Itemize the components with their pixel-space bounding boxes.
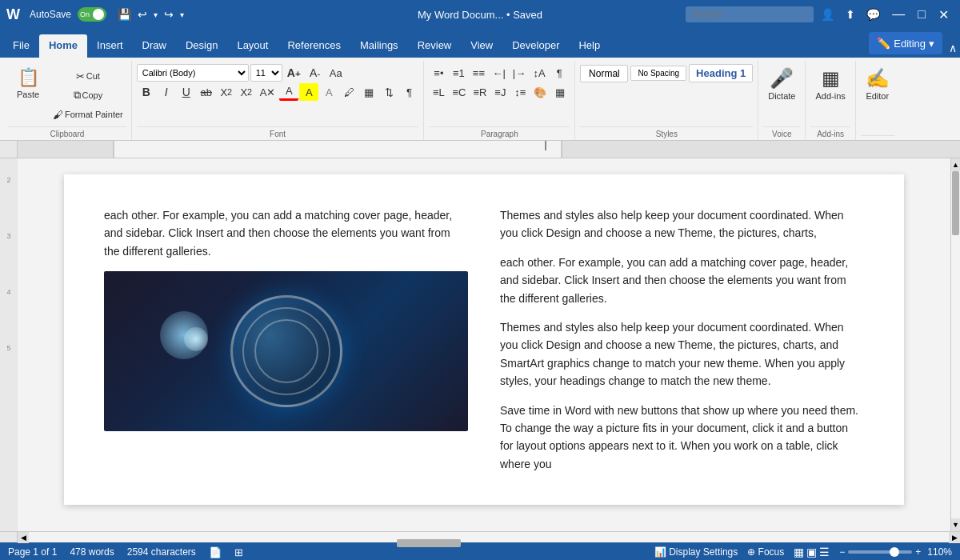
align-right-button[interactable]: ≡R [470,83,490,101]
editing-mode-button[interactable]: ✏️ Editing ▾ [869,32,942,54]
addins-content: ▦ Add-ins [810,61,850,126]
styles-content: Normal No Spacing Heading 1 [580,61,753,126]
reader-view-button[interactable]: ☰ [819,546,830,558]
web-view-button[interactable]: ▣ [806,546,817,558]
show-formatting-button[interactable]: ¶ [550,64,569,82]
scroll-down-button[interactable]: ▼ [951,518,960,531]
bold-button[interactable]: B [137,83,156,101]
dictate-button[interactable]: 🎤 Dictate [763,64,800,104]
change-case-button[interactable]: Aa [326,64,346,82]
increase-indent-button[interactable]: |→ [510,64,529,82]
customize-qat-icon[interactable]: ▾ [180,10,184,19]
borders-button[interactable]: ▦ [359,83,378,101]
ribbon-search-input[interactable] [686,6,814,22]
editor-group-label [861,135,894,140]
minimize-button[interactable]: — [887,6,910,23]
tab-developer[interactable]: Developer [502,34,569,58]
zoom-level[interactable]: 110% [927,546,952,558]
ruler-side [0,141,18,158]
zoom-control: − + 110% [839,546,952,558]
svg-text:2: 2 [6,176,10,184]
superscript-button[interactable]: X2 [237,83,256,101]
borders-para-button[interactable]: ▦ [550,83,570,101]
zoom-out-button[interactable]: − [839,546,845,558]
editing-btn-label: Editing [894,38,926,50]
shading-para-button[interactable]: 🎨 [530,83,550,101]
align-left-button[interactable]: ≡L [429,83,448,101]
sort-button[interactable]: ⇅ [379,83,398,101]
style-normal[interactable]: Normal [580,65,628,82]
decrease-indent-button[interactable]: ←| [489,64,508,82]
zoom-in-button[interactable]: + [915,546,921,558]
sort-para-button[interactable]: ↕A [530,64,549,82]
italic-button[interactable]: I [157,83,176,101]
font-color-button[interactable]: A [279,83,298,101]
print-view-button[interactable]: ▦ [794,546,804,558]
show-hide-button[interactable]: ¶ [399,83,418,101]
tab-design[interactable]: Design [176,34,227,58]
focus-button[interactable]: ⊕ Focus [747,546,784,558]
autosave-toggle[interactable]: On [78,7,106,22]
tab-help[interactable]: Help [569,34,610,58]
redo-icon[interactable]: ↪ [164,8,174,21]
style-no-spacing[interactable]: No Spacing [630,66,686,81]
share-icon[interactable]: ⬆ [842,8,859,21]
numbering-button[interactable]: ≡1 [449,64,468,82]
copy-button[interactable]: ⧉ Copy [50,86,126,104]
styles-label: Styles [580,126,753,140]
svg-rect-2 [562,141,960,158]
account-icon[interactable]: 👤 [817,8,838,21]
align-center-button[interactable]: ≡C [449,83,469,101]
highlight-button[interactable]: A [299,83,318,101]
multilevel-button[interactable]: ≡≡ [469,64,488,82]
paste-button[interactable]: 📋 Paste [8,64,48,102]
font-size-select[interactable]: 11 [250,64,282,82]
tab-references[interactable]: References [278,34,350,58]
bullets-button[interactable]: ≡• [429,64,448,82]
comments-icon[interactable]: 💬 [862,8,884,21]
underline-button[interactable]: U [177,83,196,101]
tab-home[interactable]: Home [39,34,87,58]
scroll-right-button[interactable]: ▶ [949,532,960,543]
addins-button[interactable]: ▦ Add-ins [810,64,850,104]
font-name-select[interactable]: Calibri (Body) [137,64,249,82]
save-icon[interactable]: 💾 [118,8,131,21]
cut-button[interactable]: ✂ Cut [50,67,126,85]
clear-format-button[interactable]: A✕ [257,83,279,101]
close-button[interactable]: ✕ [934,6,954,24]
scroll-track[interactable] [951,171,960,518]
scroll-up-button[interactable]: ▲ [951,158,960,171]
grow-font-button[interactable]: A+ [284,64,304,82]
shrink-font-button[interactable]: A- [306,64,325,82]
justify-button[interactable]: ≡J [490,83,510,101]
editor-button[interactable]: ✍ Editor [861,64,894,104]
tab-review[interactable]: Review [408,34,462,58]
tab-insert[interactable]: Insert [87,34,133,58]
zoom-slider[interactable] [848,550,912,554]
word-count: 478 words [70,546,114,558]
strikethrough-button[interactable]: ab [197,83,216,101]
scroll-left-button[interactable]: ◀ [18,532,29,543]
document-scroll-area[interactable]: each other. For example, you can add a m… [18,158,950,531]
format-painter-button[interactable]: 🖌 Format Painter [50,106,126,123]
tab-layout[interactable]: Layout [227,34,278,58]
subscript-button[interactable]: X2 [217,83,236,101]
line-spacing-button[interactable]: ↕≡ [510,83,530,101]
scroll-thumb[interactable] [952,171,959,235]
zoom-thumb[interactable] [890,547,899,557]
undo-dropdown-icon[interactable]: ▾ [154,10,158,19]
style-heading1[interactable]: Heading 1 [689,64,753,82]
text-shading-button[interactable]: 🖊 [339,83,358,101]
hscroll-thumb[interactable] [397,539,461,547]
tab-mailings[interactable]: Mailings [350,34,408,58]
tab-view[interactable]: View [461,34,502,58]
tab-draw[interactable]: Draw [133,34,176,58]
tab-file[interactable]: File [3,34,39,58]
restore-button[interactable]: □ [913,6,930,23]
text-effect-button[interactable]: A [319,83,338,101]
undo-icon[interactable]: ↩ [138,8,147,21]
ribbon-collapse-icon[interactable]: ∧ [949,42,957,54]
svg-rect-1 [18,141,114,158]
paste-icon: 📋 [18,67,39,88]
display-settings-button[interactable]: 📊 Display Settings [654,546,738,558]
